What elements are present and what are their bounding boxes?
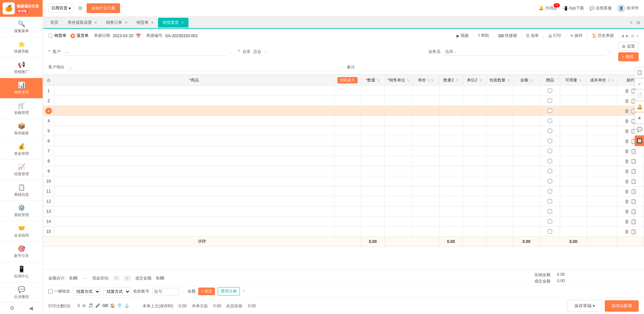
tab-sales-return[interactable]: 销货退货 × <box>158 18 188 27</box>
pkg-cell[interactable] <box>486 96 513 106</box>
delete-row-icon[interactable]: 🗑 <box>625 148 629 154</box>
sidebar-item-search[interactable]: 🔍 搜索菜单 <box>0 17 43 37</box>
gift-checkbox[interactable] <box>548 219 552 224</box>
taskbar-icon-8[interactable]: ⚓ <box>124 303 129 309</box>
scan-input-btn[interactable]: 扫码录入 <box>337 77 358 83</box>
sidebar-item-wechat[interactable]: 💬 企业微信 <box>0 282 43 302</box>
unit2-cell[interactable] <box>463 96 486 106</box>
sidebar-item-system[interactable]: ⚙️ 系统管理 <box>0 201 43 221</box>
copy-row-icon[interactable]: 📋 <box>631 229 636 234</box>
copy-row-icon[interactable]: 📋 <box>631 148 636 154</box>
copy-row-icon[interactable]: 📋 <box>631 199 636 204</box>
calculation-select[interactable]: 结算方式 <box>103 288 130 296</box>
qty2-sort-icon[interactable]: ⇅ <box>456 78 459 82</box>
sidebar-item-purchase[interactable]: 🛒 采购管理 <box>0 99 43 119</box>
shortcuts-btn[interactable]: ⌨ 快捷键 <box>496 32 519 39</box>
industry-select[interactable]: 日用百货 ▾ <box>48 4 74 13</box>
customer-more-icon[interactable]: ... <box>228 49 231 54</box>
warehouse-more-icon[interactable]: ... <box>264 49 267 54</box>
save-draft-btn[interactable]: 保存草稿 ▾ <box>567 300 602 312</box>
close-sales-shipment-tab[interactable]: × <box>151 20 153 24</box>
print-btn[interactable]: 🖨 打印 <box>546 32 563 39</box>
help-calc-icon[interactable]: ? <box>113 276 119 280</box>
add-row-btn[interactable]: + <box>45 108 52 114</box>
delete-row-icon[interactable]: 🗑 <box>625 169 629 174</box>
calendar-icon[interactable]: 📅 <box>136 34 141 38</box>
product-cell-active[interactable] <box>54 106 334 116</box>
price-cell[interactable] <box>413 96 439 106</box>
tab-home[interactable]: 首页 <box>46 18 63 27</box>
copy-row-icon[interactable]: 📋 <box>631 159 636 164</box>
avail-cell[interactable] <box>560 96 587 106</box>
pkg-sort-icon[interactable]: ⇅ <box>507 78 510 82</box>
sidebar-item-inventory[interactable]: 📦 库存核算 <box>0 119 43 139</box>
gift-checkbox[interactable] <box>548 169 552 173</box>
delete-row-icon[interactable]: 🗑 <box>625 88 629 93</box>
pkg-cell[interactable] <box>486 86 513 96</box>
gift-checkbox[interactable] <box>548 229 552 234</box>
close-sales-order-tab[interactable]: × <box>125 20 127 24</box>
unit-cell-active[interactable] <box>384 106 412 116</box>
delete-row-icon[interactable]: 🗑 <box>625 209 629 214</box>
gift-checkbox[interactable] <box>548 199 552 203</box>
qty-sort-icon[interactable]: ⇅ <box>377 78 380 82</box>
trial-btn[interactable]: 体验行业方案 <box>87 3 120 13</box>
video-btn[interactable]: ▶ 视频 <box>454 32 471 39</box>
gift-checkbox-active[interactable] <box>548 109 552 113</box>
avail-sort-icon[interactable]: ⇅ <box>579 78 582 82</box>
close-price-settings-tab[interactable]: × <box>95 20 97 24</box>
tab-sales-shipment[interactable]: 销货单 × <box>132 18 158 27</box>
copy-row-icon[interactable]: 📋 <box>631 179 636 184</box>
th-gear[interactable]: ⚙ <box>43 75 54 86</box>
account-more-icon[interactable]: ... <box>181 289 185 294</box>
tab-sales-order[interactable]: 销售订单 × <box>101 18 131 27</box>
gift-checkbox[interactable] <box>548 88 552 93</box>
settings-btn[interactable]: ⚙ 设置 <box>618 42 639 51</box>
one-key-payment-check[interactable]: 一键收款 <box>48 289 70 294</box>
unit-cell[interactable] <box>384 86 412 96</box>
cost-cell[interactable] <box>587 96 617 106</box>
gift-checkbox[interactable] <box>548 149 552 153</box>
pkg-cell-active[interactable] <box>486 106 513 116</box>
price-cell-active[interactable] <box>413 106 439 116</box>
address-input[interactable] <box>67 63 334 71</box>
settings-bottom-icon[interactable]: ⚙ <box>10 305 14 311</box>
select-order-btn[interactable]: ☰ 选单 <box>524 32 541 39</box>
gift-checkbox[interactable] <box>548 119 552 123</box>
float-btn-6[interactable]: 💬 <box>635 124 644 135</box>
delete-row-icon[interactable]: 🗑 <box>625 118 629 124</box>
delete-row-icon[interactable]: 🗑 <box>625 219 629 224</box>
online-service-btn[interactable]: 💬 在线客服 <box>589 5 612 11</box>
avail-cell[interactable] <box>560 86 587 96</box>
gift-checkbox[interactable] <box>548 139 552 143</box>
account-input[interactable] <box>152 288 179 295</box>
nav-prev-icon[interactable]: ◀ <box>621 34 624 38</box>
salesperson-input[interactable] <box>443 48 605 56</box>
price-cell[interactable] <box>413 86 439 96</box>
column-settings-icon[interactable]: ⚙ <box>47 78 51 83</box>
gift-checkbox[interactable] <box>548 179 552 183</box>
cost-cell-active[interactable] <box>587 106 617 116</box>
product-input-active[interactable] <box>56 109 332 113</box>
settlement-select[interactable]: 结算方式 <box>73 288 100 296</box>
save-new-btn[interactable]: 保存&新增 <box>605 300 639 312</box>
unit-cell[interactable] <box>384 96 412 106</box>
amount-cell[interactable] <box>513 96 540 106</box>
float-btn-1[interactable]: 📋 <box>635 67 644 78</box>
unit2-cell[interactable] <box>463 86 486 96</box>
payment-checkbox[interactable] <box>48 289 53 294</box>
delete-row-icon[interactable]: 🗑 <box>625 189 629 194</box>
app-download-btn[interactable]: 📲 App下载 <box>562 5 584 11</box>
close-all-tabs-btn[interactable]: × <box>629 19 634 26</box>
radio-sales-shipment[interactable]: 销货单 <box>48 33 66 39</box>
float-btn-7[interactable]: 🔲 <box>635 135 644 146</box>
gift-checkbox[interactable] <box>548 129 552 133</box>
sidebar-item-sales[interactable]: 📊 销售管理 <box>0 78 43 99</box>
unit-sort-icon[interactable]: ⇅ <box>407 78 410 82</box>
qty2-cell[interactable] <box>439 96 463 106</box>
split-tabs-btn[interactable]: ⧉ <box>635 19 641 26</box>
gift-checkbox[interactable] <box>548 99 552 103</box>
delete-row-icon[interactable]: 🗑 <box>625 179 629 184</box>
topbar-gear-icon[interactable]: ⚙ <box>78 5 83 11</box>
float-btn-4[interactable]: 🔔 <box>635 101 644 112</box>
